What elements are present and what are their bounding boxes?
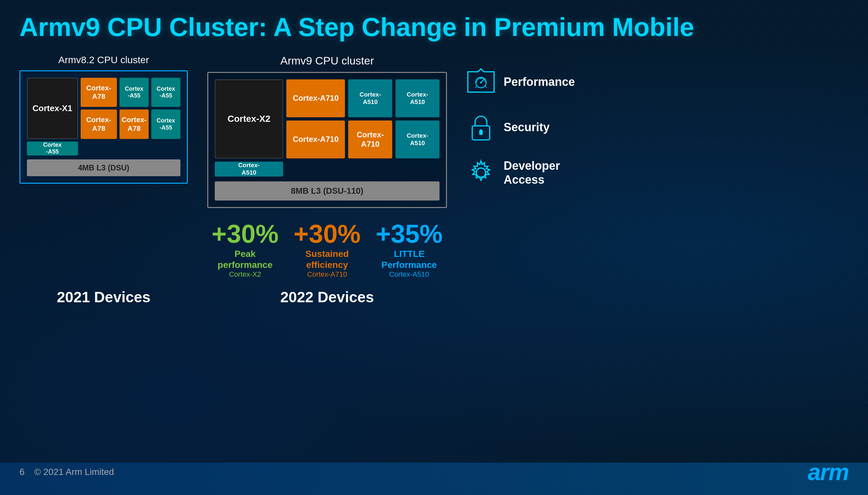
cortex-a710-tile-3: Cortex-A710 bbox=[348, 120, 392, 158]
cortex-a710-tile-2: Cortex-A710 bbox=[286, 120, 345, 158]
v8-grid: Cortex-X1 Cortex-A78 Cortex-A55 Cortex-A… bbox=[27, 78, 180, 155]
stat-little-percent: +35% bbox=[371, 221, 447, 247]
v9-grid: Cortex-X2 Cortex-A710 Cortex-A510 Cortex… bbox=[215, 79, 439, 176]
cortex-a510-tile-3: Cortex-A510 bbox=[396, 120, 439, 158]
v8-cluster-label: Armv8.2 CPU cluster bbox=[19, 54, 188, 65]
stat-peak-performance: +30% Peakperformance Cortex-X2 bbox=[207, 221, 283, 278]
v9-cluster-section: Armv9 CPU cluster Cortex-X2 Cortex-A710 … bbox=[207, 54, 447, 278]
cortex-a55-tile-1: Cortex-A55 bbox=[120, 78, 149, 107]
cortex-a710-tile-1: Cortex-A710 bbox=[286, 79, 345, 117]
cortex-a55-tile-3: Cortex-A55 bbox=[151, 109, 180, 139]
developer-access-label: DeveloperAccess bbox=[504, 159, 560, 186]
stat-efficiency-subtitle: Cortex-A710 bbox=[289, 270, 365, 278]
features-section: Performance Security Develo bbox=[466, 54, 589, 187]
cortex-a78-tile-2: Cortex-A78 bbox=[81, 109, 117, 139]
svg-point-3 bbox=[480, 82, 482, 83]
cortex-a510-tile-2: Cortex-A510 bbox=[396, 79, 439, 117]
stat-sustained-efficiency: +30% Sustainedefficiency Cortex-A710 bbox=[289, 221, 365, 278]
gear-icon bbox=[466, 158, 496, 187]
v8-cluster-box: Cortex-X1 Cortex-A78 Cortex-A55 Cortex-A… bbox=[19, 70, 188, 184]
cortex-a55-tile-4: Cortex-A55 bbox=[27, 141, 78, 155]
feature-developer-access: DeveloperAccess bbox=[466, 158, 589, 187]
v8-l3-cache: 4MB L3 (DSU) bbox=[27, 159, 180, 176]
stat-peak-subtitle: Cortex-X2 bbox=[207, 270, 283, 278]
svg-point-9 bbox=[480, 129, 483, 132]
speedometer-icon bbox=[466, 67, 496, 97]
cortex-a510-tile-4: Cortex-A510 bbox=[215, 161, 283, 176]
security-label: Security bbox=[504, 120, 550, 134]
cortex-a78-tile-1: Cortex-A78 bbox=[81, 78, 117, 107]
cortex-x1-tile: Cortex-X1 bbox=[27, 78, 78, 139]
stat-little-subtitle: Cortex-A510 bbox=[371, 270, 447, 278]
stat-peak-title: Peakperformance bbox=[207, 249, 283, 270]
svg-line-5 bbox=[485, 86, 487, 88]
feature-security: Security bbox=[466, 113, 589, 142]
main-layout: Armv8.2 CPU cluster Cortex-X1 Cortex-A78… bbox=[19, 54, 849, 278]
stat-little-title: LITTLEPerformance bbox=[371, 249, 447, 270]
performance-label: Performance bbox=[504, 75, 575, 89]
stat-peak-percent: +30% bbox=[207, 221, 283, 247]
stat-efficiency-percent: +30% bbox=[289, 221, 365, 247]
cortex-x2-tile: Cortex-X2 bbox=[215, 79, 283, 158]
v8-cluster-section: Armv8.2 CPU cluster Cortex-X1 Cortex-A78… bbox=[19, 54, 188, 184]
cortex-a78-tile-3: Cortex-A78 bbox=[120, 109, 149, 139]
v9-cluster-box: Cortex-X2 Cortex-A710 Cortex-A510 Cortex… bbox=[207, 72, 447, 208]
feature-performance: Performance bbox=[466, 67, 589, 97]
cortex-a55-tile-2: Cortex-A55 bbox=[151, 78, 180, 107]
page-title: Armv9 CPU Cluster: A Step Change in Prem… bbox=[19, 13, 849, 41]
svg-marker-0 bbox=[468, 69, 494, 92]
devices-2021-label: 2021 Devices bbox=[19, 288, 188, 306]
v9-cluster-label: Armv9 CPU cluster bbox=[207, 54, 447, 67]
stat-little-performance: +35% LITTLEPerformance Cortex-A510 bbox=[371, 221, 447, 278]
cortex-a510-tile-1: Cortex-A510 bbox=[348, 79, 392, 117]
svg-point-10 bbox=[476, 168, 486, 177]
developer-access-label-container: DeveloperAccess bbox=[504, 159, 560, 187]
v9-l3-cache: 8MB L3 (DSU-110) bbox=[215, 182, 439, 201]
devices-2022-label: 2022 Devices bbox=[207, 288, 447, 306]
lock-icon bbox=[466, 113, 496, 142]
stat-efficiency-title: Sustainedefficiency bbox=[289, 249, 365, 270]
stats-row: +30% Peakperformance Cortex-X2 +30% Sust… bbox=[207, 221, 447, 278]
svg-line-4 bbox=[475, 86, 477, 88]
devices-row: 2021 Devices 2022 Devices bbox=[19, 288, 849, 306]
